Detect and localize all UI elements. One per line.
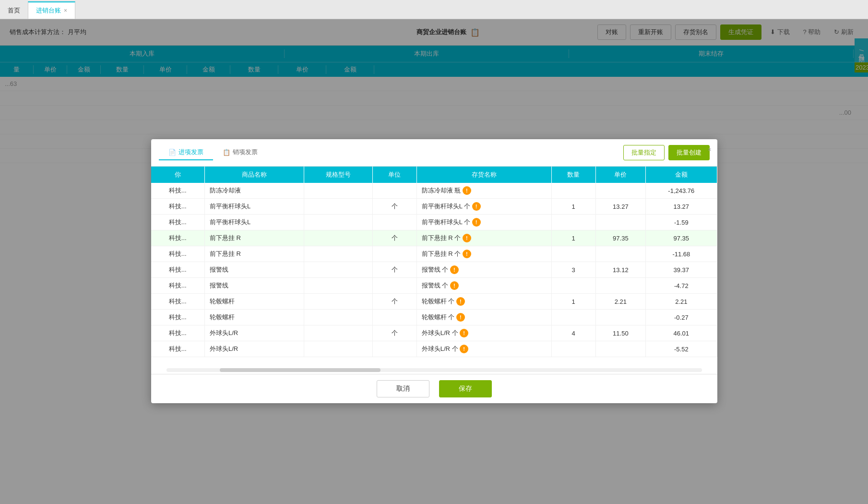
cell-company-4: 科技... [151,246,205,262]
cell-unit-3: 个 [372,230,416,246]
warning-icon: ! [463,186,471,195]
cell-spec-8 [304,310,373,325]
cell-amount-10: -5.52 [646,341,717,357]
cell-company-10: 科技... [151,341,205,357]
cell-unit-10 [372,341,416,357]
modal-dialog: 📄 进项发票 📋 销项发票 批量指定 批量创建 × [151,139,717,403]
cell-unit-2 [372,215,416,230]
cell-product-5: 报警线 [204,262,304,278]
table-row: 科技... 报警线 个 报警线 个 ! 3 13.12 39.37 [151,262,717,278]
cell-price-0 [595,183,646,199]
modal-close-button[interactable]: × [708,144,712,154]
table-row: 科技... 轮毂螺杆 个 轮毂螺杆 个 ! 1 2.21 2.21 [151,294,717,310]
tab-purchase-invoice[interactable]: 📄 进项发票 [159,145,213,160]
cell-amount-4: -11.68 [646,246,717,262]
table-row: 科技... 外球头L/R 个 外球头L/R 个 ! 4 11.50 46.01 [151,325,717,341]
warning-icon: ! [456,297,465,306]
cell-unit-4 [372,246,416,262]
cell-spec-7 [304,294,373,310]
h-scrollbar-container [151,366,717,374]
table-row: 科技... 前下悬挂 R 个 前下悬挂 R 个 ! 1 97.35 97.35 [151,230,717,246]
cell-price-4 [595,246,646,262]
cell-company-2: 科技... [151,215,205,230]
warning-icon: ! [463,234,471,242]
cell-unit-7: 个 [372,294,416,310]
cell-inventory-4: 前下悬挂 R 个 ! [416,246,551,262]
batch-create-button[interactable]: 批量创建 [668,145,710,160]
cell-price-7: 2.21 [595,294,646,310]
cell-inventory-2: 前平衡杆球头L 个 ! [416,215,551,230]
cell-price-8 [595,310,646,325]
purchase-invoice-icon: 📄 [168,149,176,156]
tab-sales-invoice[interactable]: 📋 销项发票 [213,145,267,160]
cell-company-5: 科技... [151,262,205,278]
cell-unit-8 [372,310,416,325]
cell-price-6 [595,278,646,294]
cell-inventory-3: 前下悬挂 R 个 ! [416,230,551,246]
cell-amount-9: 46.01 [646,325,717,341]
cell-spec-1 [304,199,373,215]
modal-header: 📄 进项发票 📋 销项发票 批量指定 批量创建 × [151,139,717,167]
main-content: 销售成本计算方法： 月平均 商贸企业进销台账 📋 对账 重新开账 存货别名 生成… [0,19,868,504]
cell-product-7: 轮毂螺杆 [204,294,304,310]
warning-icon: ! [472,218,481,227]
modal-tabs: 📄 进项发票 📋 销项发票 [159,145,267,160]
table-row: 科技... 前平衡杆球头L 个 前平衡杆球头L 个 ! 1 13.27 13.2… [151,199,717,215]
cell-qty-9: 4 [551,325,595,341]
sales-invoice-icon: 📋 [223,149,230,156]
cell-company-0: 科技... [151,183,205,199]
modal-table-body: 科技... 防冻冷却液 防冻冷却液 瓶 ! -1,243.76 科技... 前平… [151,183,717,357]
th-inventory: 存货名称 [416,167,551,183]
tab-home[interactable]: 首页 [0,2,28,19]
cell-price-2 [595,215,646,230]
h-scrollbar[interactable] [166,368,702,372]
cell-inventory-9: 外球头L/R 个 ! [416,325,551,341]
cell-price-10 [595,341,646,357]
th-price: 单价 [595,167,646,183]
cell-qty-2 [551,215,595,230]
cancel-button[interactable]: 取消 [377,380,429,397]
cell-inventory-10: 外球头L/R 个 ! [416,341,551,357]
cell-unit-1: 个 [372,199,416,215]
tab-ledger[interactable]: 进销台账 × [28,1,75,19]
cell-qty-7: 1 [551,294,595,310]
cell-unit-0 [372,183,416,199]
cell-qty-10 [551,341,595,357]
cell-inventory-6: 报警线 个 ! [416,278,551,294]
batch-designate-button[interactable]: 批量指定 [623,145,665,160]
th-spec: 规格型号 [304,167,373,183]
modal-table-header: 你 商品名称 规格型号 单位 存货名称 数量 单价 金额 [151,167,717,183]
cell-company-3: 科技... [151,230,205,246]
th-unit: 单位 [372,167,416,183]
table-row: 科技... 轮毂螺杆 轮毂螺杆 个 ! -0.27 [151,310,717,325]
modal-overlay: 📄 进项发票 📋 销项发票 批量指定 批量创建 × [0,19,868,504]
table-row: 科技... 报警线 报警线 个 ! -4.72 [151,278,717,294]
save-button[interactable]: 保存 [439,380,492,397]
modal-table-container[interactable]: 你 商品名称 规格型号 单位 存货名称 数量 单价 金额 [151,167,717,366]
cell-amount-0: -1,243.76 [646,183,717,199]
tab-close-icon[interactable]: × [64,7,67,14]
cell-unit-9: 个 [372,325,416,341]
cell-amount-1: 13.27 [646,199,717,215]
h-scrollbar-thumb[interactable] [220,368,380,372]
cell-amount-8: -0.27 [646,310,717,325]
cell-amount-2: -1.59 [646,215,717,230]
cell-inventory-8: 轮毂螺杆 个 ! [416,310,551,325]
cell-qty-1: 1 [551,199,595,215]
warning-icon: ! [450,281,459,290]
cell-inventory-0: 防冻冷却液 瓶 ! [416,183,551,199]
cell-amount-5: 39.37 [646,262,717,278]
cell-spec-6 [304,278,373,294]
cell-inventory-5: 报警线 个 ! [416,262,551,278]
warning-icon: ! [460,329,468,337]
cell-company-6: 科技... [151,278,205,294]
warning-icon: ! [450,265,459,274]
cell-qty-5: 3 [551,262,595,278]
cell-product-9: 外球头L/R [204,325,304,341]
cell-qty-6 [551,278,595,294]
th-product: 商品名称 [204,167,304,183]
table-row: 科技... 前平衡杆球头L 前平衡杆球头L 个 ! -1.59 [151,215,717,230]
warning-icon: ! [456,313,465,322]
modal-header-right: 批量指定 批量创建 [623,145,710,160]
cell-spec-9 [304,325,373,341]
